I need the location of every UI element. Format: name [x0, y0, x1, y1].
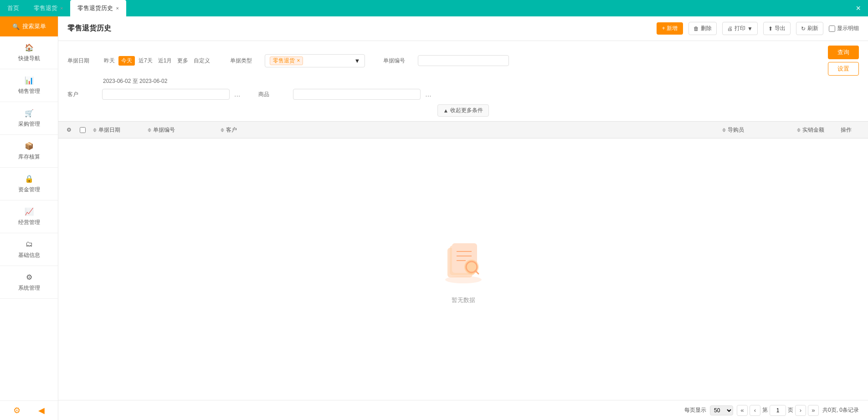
system-mgmt-icon: ⚙	[25, 272, 34, 282]
page-header: 零售退货历史 + 新增 🗑 🗑 删除 删除 🖨 打印 ▼ ⬆ 导出	[58, 16, 868, 41]
th-checkbox[interactable]	[76, 127, 89, 133]
total-info: 共0页, 0条记录	[822, 406, 859, 414]
set-button[interactable]: 设置	[828, 62, 859, 76]
sidebar-item-sales-mgmt[interactable]: 📊 销售管理	[0, 69, 58, 102]
sort-date-icon[interactable]	[93, 128, 97, 132]
basic-info-icon: 🗂	[25, 240, 34, 249]
date-opt-more[interactable]: 更多	[175, 56, 190, 66]
operations-icon: 📈	[25, 207, 34, 216]
date-opt-1month[interactable]: 近1月	[156, 56, 174, 66]
finance-mgmt-icon: 🔒	[25, 174, 34, 183]
table-area: ⚙ 单据日期 单据编号	[58, 121, 868, 400]
quick-nav-icon: 🏠	[25, 43, 34, 52]
sidebar-item-inventory[interactable]: 📦 库存核算	[0, 135, 58, 168]
sort-customer-icon[interactable]	[221, 128, 224, 132]
sales-mgmt-icon: 📊	[25, 76, 34, 85]
sidebar-item-finance-mgmt-label: 资金管理	[18, 186, 40, 194]
date-opt-yesterday[interactable]: 昨天	[102, 56, 117, 66]
no-filter-input[interactable]	[418, 55, 509, 66]
page-prev-button[interactable]: ‹	[750, 405, 760, 416]
goods-filter-dots[interactable]: ...	[425, 90, 431, 98]
empty-illustration	[436, 234, 491, 289]
date-range-text: 2023-06-02 至 2023-06-02	[103, 78, 167, 84]
header-actions: + 新增 🗑 🗑 删除 删除 🖨 打印 ▼ ⬆ 导出 ↻ 刷新	[657, 22, 859, 41]
sort-amount-icon[interactable]	[797, 128, 801, 132]
date-opt-7days[interactable]: 近7天	[137, 56, 154, 66]
th-no-label: 单据编号	[153, 126, 175, 134]
customer-filter-dots[interactable]: ...	[234, 90, 240, 98]
page-next-button[interactable]: ›	[795, 405, 806, 416]
page-last-button[interactable]: »	[808, 405, 819, 416]
collapse-sidebar-icon[interactable]: ◀	[38, 405, 45, 415]
sort-no-icon[interactable]	[148, 128, 151, 132]
th-guide-label: 导购员	[728, 126, 744, 134]
purchase-mgmt-icon: 🛒	[25, 108, 34, 118]
print-dropdown-icon: ▼	[747, 26, 753, 32]
tab-home[interactable]: 首页	[0, 0, 26, 16]
search-menu-bar[interactable]: 🔍 搜索菜单	[0, 16, 58, 36]
date-opt-custom[interactable]: 自定义	[192, 56, 212, 66]
filter-area: 单据日期 昨天 今天 近7天 近1月 更多 自定义 单据类型	[58, 41, 868, 121]
main-layout: 🔍 搜索菜单 🏠 快捷导航 📊 销售管理 🛒 采购管理 📦 库存核算 🔒 资金管…	[0, 16, 868, 420]
sidebar-item-finance-mgmt[interactable]: 🔒 资金管理	[0, 168, 58, 200]
tab-home-label: 首页	[7, 4, 19, 12]
th-settings[interactable]: ⚙	[62, 127, 76, 133]
refresh-icon: ↻	[801, 26, 806, 32]
customer-filter-field: 客户 ...	[67, 89, 240, 100]
th-customer-label: 客户	[226, 126, 237, 134]
sidebar-item-operations[interactable]: 📈 经营管理	[0, 200, 58, 233]
show-detail-checkbox-label[interactable]: 显示明细	[829, 25, 859, 32]
tab-retail-return[interactable]: 零售退货 ×	[26, 0, 70, 16]
type-filter-label: 单据类型	[230, 57, 262, 65]
refresh-button[interactable]: ↻ 刷新	[796, 22, 823, 35]
page-number-input[interactable]	[770, 405, 786, 416]
th-action-label: 操作	[841, 126, 852, 134]
filter-row-2: 客户 ... 商品 ...	[67, 89, 859, 100]
collapse-label: 收起更多条件	[450, 107, 483, 114]
settings-bottom-icon[interactable]: ⚙	[13, 405, 21, 415]
sidebar-item-basic-info[interactable]: 🗂 基础信息	[0, 233, 58, 266]
tab-retail-return-close[interactable]: ×	[60, 5, 63, 11]
th-date[interactable]: 单据日期	[89, 126, 144, 134]
window-close-button[interactable]: ×	[848, 4, 868, 13]
sidebar-item-sales-mgmt-label: 销售管理	[18, 87, 40, 95]
tab-retail-return-history-close[interactable]: ×	[116, 5, 118, 11]
date-opt-today[interactable]: 今天	[118, 56, 135, 66]
th-no[interactable]: 单据编号	[144, 126, 217, 134]
sidebar-item-purchase-mgmt[interactable]: 🛒 采购管理	[0, 102, 58, 135]
delete-icon: 🗑	[693, 26, 699, 32]
inventory-icon: 📦	[25, 141, 34, 150]
type-tag-close[interactable]: ×	[297, 57, 300, 64]
page-size-select[interactable]: 50 100 200	[710, 405, 733, 415]
date-filter-label: 单据日期	[67, 57, 99, 65]
delete-button[interactable]: 🗑 🗑 删除 删除	[688, 22, 717, 35]
sidebar-item-quick-nav[interactable]: 🏠 快捷导航	[0, 36, 58, 69]
tab-retail-return-history-label: 零售退货历史	[77, 4, 113, 12]
tab-retail-return-history[interactable]: 零售退货历史 ×	[70, 0, 126, 16]
th-guide[interactable]: 导购员	[719, 126, 773, 134]
query-button[interactable]: 查询	[828, 46, 859, 59]
goods-filter-input[interactable]	[293, 89, 421, 100]
content-area: 零售退货历史 + 新增 🗑 🗑 删除 删除 🖨 打印 ▼ ⬆ 导出	[58, 16, 868, 420]
sidebar-item-system-mgmt[interactable]: ⚙ 系统管理	[0, 266, 58, 299]
sidebar-item-operations-label: 经营管理	[18, 219, 40, 226]
sidebar: 🔍 搜索菜单 🏠 快捷导航 📊 销售管理 🛒 采购管理 📦 库存核算 🔒 资金管…	[0, 16, 58, 420]
customer-filter-label: 客户	[67, 91, 99, 98]
sort-guide-icon[interactable]	[722, 128, 726, 132]
print-button[interactable]: 🖨 打印 ▼	[722, 22, 758, 35]
page-nav: « ‹ 第 页 › »	[737, 405, 819, 416]
type-filter-select[interactable]: 零售退货 × ▼	[265, 54, 365, 67]
show-detail-label: 显示明细	[837, 25, 859, 32]
export-icon: ⬆	[768, 26, 773, 32]
new-button[interactable]: + 新增	[657, 22, 683, 35]
show-detail-checkbox[interactable]	[829, 26, 835, 32]
right-query-btns: 查询 设置	[828, 46, 859, 76]
print-icon: 🖨	[727, 26, 733, 32]
th-amount[interactable]: 实销金额	[773, 126, 828, 134]
customer-filter-input[interactable]	[102, 89, 230, 100]
page-first-button[interactable]: «	[737, 405, 748, 416]
th-customer[interactable]: 客户	[217, 126, 719, 134]
export-button[interactable]: ⬆ 导出	[763, 22, 791, 35]
collapse-button[interactable]: ▲ 收起更多条件	[437, 104, 489, 117]
select-all-checkbox[interactable]	[80, 127, 86, 133]
